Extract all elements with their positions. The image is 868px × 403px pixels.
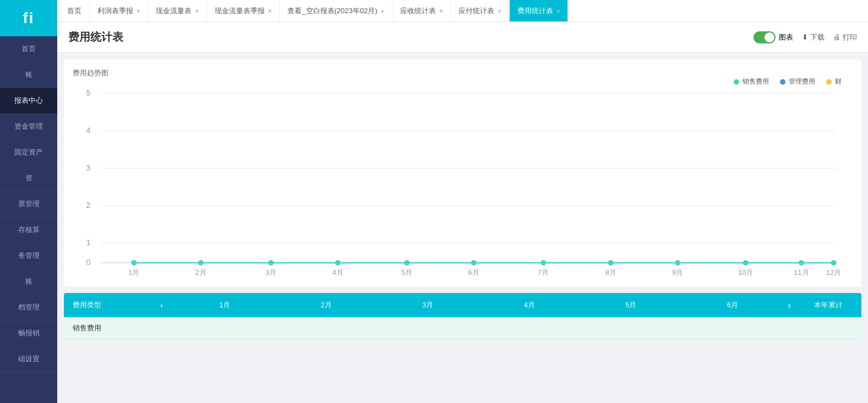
close-cashflow-quarterly-tab[interactable]: × xyxy=(268,8,271,14)
legend-finance: 财 xyxy=(826,77,842,86)
legend-label-sales: 销售费用 xyxy=(743,77,769,86)
chart-legend: 销售费用 管理费用 财 xyxy=(734,77,842,86)
svg-text:2: 2 xyxy=(86,201,90,209)
sidebar-item-fund[interactable]: 资金管理 xyxy=(0,114,57,140)
sidebar-item-archive[interactable]: 档管理 xyxy=(0,295,57,321)
sidebar-item-account[interactable]: 账 xyxy=(0,62,57,88)
tab-payable[interactable]: 应付统计表 × xyxy=(451,0,509,22)
expense-table: 费用类型 ‹ 1月 2月 3月 4月 5月 6月 › 本年累计 销售费用 xyxy=(64,293,861,339)
chart-toggle-wrap: 图表 xyxy=(754,31,793,43)
print-button[interactable]: 🖨 打印 xyxy=(833,32,857,42)
svg-text:4月: 4月 xyxy=(332,268,343,276)
svg-text:3月: 3月 xyxy=(265,268,276,276)
header-month-6: 6月 xyxy=(682,300,784,310)
svg-point-19 xyxy=(541,260,546,266)
close-expense-tab[interactable]: × xyxy=(556,8,560,14)
tab-blank-report[interactable]: 查看_空白报表(2023年02月) × xyxy=(280,0,392,22)
content-area: 费用统计表 图表 ⬇ 下载 🖨 打印 费用趋势图 xyxy=(57,22,868,403)
prev-months-button[interactable]: ‹ xyxy=(158,301,165,310)
svg-text:3: 3 xyxy=(86,163,90,172)
table-header: 费用类型 ‹ 1月 2月 3月 4月 5月 6月 › 本年累计 xyxy=(64,293,861,317)
chart-svg: 5 4 3 2 1 0 xyxy=(73,84,853,276)
table-row-sales: 销售费用 xyxy=(64,317,861,339)
svg-point-20 xyxy=(608,260,614,266)
chart-label: 图表 xyxy=(779,32,793,42)
svg-text:1: 1 xyxy=(86,238,90,247)
svg-point-24 xyxy=(831,260,837,266)
tab-expense[interactable]: 费用统计表 × xyxy=(510,0,568,22)
svg-point-23 xyxy=(799,260,804,266)
sidebar-item-capital[interactable]: 资 xyxy=(0,165,57,191)
svg-text:9月: 9月 xyxy=(672,268,683,276)
svg-text:4: 4 xyxy=(86,126,90,135)
chart-section: 费用趋势图 销售费用 管理费用 财 xyxy=(64,59,861,286)
sidebar-item-home[interactable]: 首页 xyxy=(0,36,57,62)
svg-text:5: 5 xyxy=(86,89,90,97)
header-month-4: 4月 xyxy=(479,300,581,310)
sidebar-item-invoice[interactable]: 票管理 xyxy=(0,191,57,217)
close-profit-tab[interactable]: × xyxy=(137,8,140,14)
sidebar-item-sales[interactable]: 畅报销 xyxy=(0,321,57,346)
page-header: 费用统计表 图表 ⬇ 下载 🖨 打印 xyxy=(57,22,868,53)
svg-text:5月: 5月 xyxy=(401,268,412,276)
svg-text:0: 0 xyxy=(86,258,90,267)
header-type: 费用类型 ‹ xyxy=(64,300,174,310)
tab-receivable[interactable]: 应收统计表 × xyxy=(392,0,451,22)
legend-sales: 销售费用 xyxy=(734,77,769,86)
svg-point-14 xyxy=(198,260,204,266)
sidebar-logo: fi xyxy=(0,0,57,36)
svg-point-15 xyxy=(268,260,274,266)
svg-point-13 xyxy=(131,260,137,266)
download-icon: ⬇ xyxy=(802,33,808,41)
row-type-sales: 销售费用 xyxy=(64,323,174,333)
tab-home[interactable]: 首页 xyxy=(59,0,90,22)
legend-label-finance: 财 xyxy=(835,77,842,86)
print-icon: 🖨 xyxy=(833,33,840,41)
sidebar-item-fixed-asset[interactable]: 固定资产 xyxy=(0,140,57,165)
header-month-3: 3月 xyxy=(377,300,479,310)
svg-text:10月: 10月 xyxy=(738,268,754,276)
page-title: 费用统计表 xyxy=(68,30,123,45)
tab-cashflow[interactable]: 现金流量表 × xyxy=(148,0,206,22)
header-total: 本年累计 xyxy=(795,300,861,310)
legend-dot-admin xyxy=(780,79,785,85)
legend-dot-finance xyxy=(826,79,832,85)
next-months-button[interactable]: › xyxy=(783,300,795,311)
close-receivable-tab[interactable]: × xyxy=(439,8,443,14)
header-month-1: 1月 xyxy=(174,300,276,310)
svg-point-18 xyxy=(471,260,477,266)
legend-label-admin: 管理费用 xyxy=(789,77,815,86)
sidebar-item-ledger[interactable]: 账 xyxy=(0,269,57,295)
svg-text:12月: 12月 xyxy=(826,268,842,276)
tab-profit[interactable]: 利润表季报 × xyxy=(90,0,148,22)
svg-text:2月: 2月 xyxy=(195,268,206,276)
main-area: 首页 利润表季报 × 现金流量表 × 现金流量表季报 × 查看_空白报表(202… xyxy=(57,0,868,403)
close-payable-tab[interactable]: × xyxy=(498,8,501,14)
svg-text:11月: 11月 xyxy=(794,268,809,276)
svg-point-17 xyxy=(404,260,410,266)
svg-text:1月: 1月 xyxy=(128,268,139,276)
tab-bar: 首页 利润表季报 × 现金流量表 × 现金流量表季报 × 查看_空白报表(202… xyxy=(57,0,868,22)
header-month-5: 5月 xyxy=(580,300,682,310)
close-blank-report-tab[interactable]: × xyxy=(381,8,384,14)
svg-point-16 xyxy=(335,260,341,266)
close-cashflow-tab[interactable]: × xyxy=(195,8,198,14)
sidebar-item-report[interactable]: 报表中心 xyxy=(0,88,57,114)
sidebar-item-inventory[interactable]: 存核算 xyxy=(0,217,57,243)
tab-cashflow-quarterly[interactable]: 现金流量表季报 × xyxy=(207,0,280,22)
svg-text:8月: 8月 xyxy=(605,268,616,276)
svg-text:6月: 6月 xyxy=(468,268,479,276)
sidebar-item-settings[interactable]: 础设置 xyxy=(0,346,57,372)
legend-dot-sales xyxy=(734,79,739,85)
header-month-2: 2月 xyxy=(276,300,378,310)
header-actions: 图表 ⬇ 下载 🖨 打印 xyxy=(754,31,857,43)
svg-point-21 xyxy=(675,260,680,266)
svg-text:7月: 7月 xyxy=(538,268,549,276)
legend-admin: 管理费用 xyxy=(780,77,815,86)
sidebar-item-service[interactable]: 务管理 xyxy=(0,243,57,269)
download-button[interactable]: ⬇ 下载 xyxy=(802,32,825,42)
svg-point-22 xyxy=(743,260,749,266)
sidebar: fi 首页 账 报表中心 资金管理 固定资产 资 票管理 存核算 务管理 账 档… xyxy=(0,0,57,403)
chart-toggle[interactable] xyxy=(754,31,776,43)
